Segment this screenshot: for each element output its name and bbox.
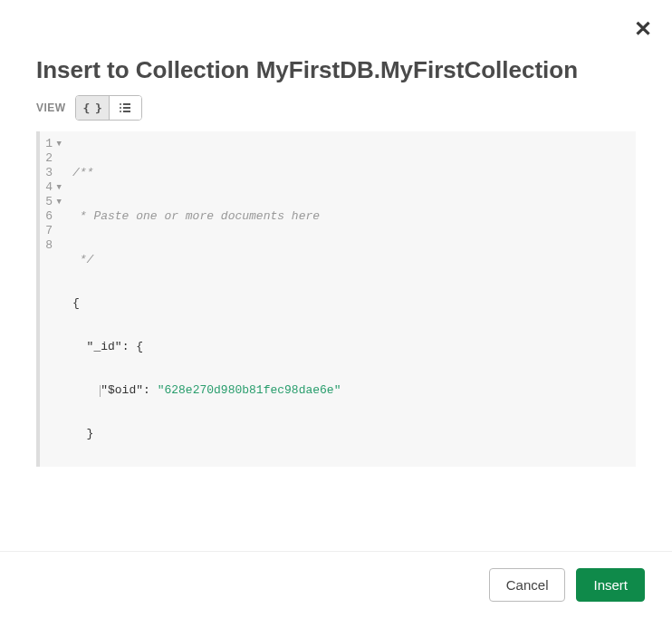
line-number: 5 xyxy=(45,195,53,209)
view-toggle-row: VIEW { } xyxy=(36,95,636,121)
insert-document-modal: ✕ Insert to Collection MyFirstDB.MyFirst… xyxy=(0,0,672,618)
json-editor[interactable]: 1▼ 2 3 4▼ 5▼ 6 7 8 /** * Paste one or mo… xyxy=(36,131,636,467)
code-text: { xyxy=(72,296,80,310)
line-number: 2 xyxy=(45,151,53,166)
line-number: 3 xyxy=(45,166,53,180)
view-list-button[interactable] xyxy=(109,96,141,120)
code-text: "628e270d980b81fec98dae6e" xyxy=(158,383,341,397)
code-text: : xyxy=(143,383,158,397)
editor-gutter: 1▼ 2 3 4▼ 5▼ 6 7 8 xyxy=(40,131,65,467)
line-number: 7 xyxy=(45,224,53,238)
view-label: VIEW xyxy=(36,101,66,114)
fold-arrow-icon[interactable]: ▼ xyxy=(55,180,62,195)
fold-arrow-icon[interactable]: ▼ xyxy=(55,195,62,209)
view-json-button[interactable]: { } xyxy=(76,96,109,120)
line-number: 4 xyxy=(45,180,53,195)
line-number: 1 xyxy=(45,137,53,151)
modal-title: Insert to Collection MyFirstDB.MyFirstCo… xyxy=(36,56,636,84)
code-text: } xyxy=(72,427,93,440)
list-icon xyxy=(120,103,130,112)
code-text: */ xyxy=(72,253,93,266)
code-text: /** xyxy=(72,166,93,179)
editor-content[interactable]: /** * Paste one or more documents here *… xyxy=(65,131,636,467)
code-text: : { xyxy=(122,340,143,353)
insert-button[interactable]: Insert xyxy=(576,568,645,602)
code-text: "$oid" xyxy=(101,383,143,397)
line-number: 6 xyxy=(45,209,53,224)
view-toggle-group: { } xyxy=(75,95,142,121)
modal-footer: Cancel Insert xyxy=(0,551,672,618)
braces-icon: { } xyxy=(82,101,101,115)
close-icon[interactable]: ✕ xyxy=(634,18,652,40)
cancel-button[interactable]: Cancel xyxy=(489,568,566,602)
fold-arrow-icon[interactable]: ▼ xyxy=(55,137,62,151)
line-number: 8 xyxy=(45,238,53,253)
code-text: "_id" xyxy=(87,340,122,353)
code-text: * Paste one or more documents here xyxy=(72,209,320,223)
